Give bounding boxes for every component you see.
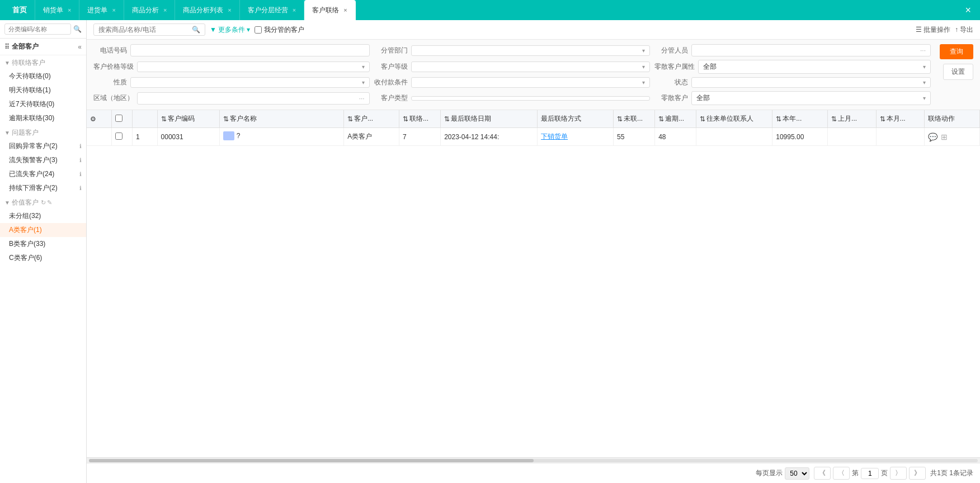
sidebar-item-repurchase-abnormal[interactable]: 回购异常客户(2) ℹ (0, 139, 86, 153)
sidebar-item-declining[interactable]: 持续下滑客户(2) ℹ (0, 181, 86, 195)
sidebar-item-churn-warning[interactable]: 流失预警客户(3) ℹ (0, 153, 86, 167)
sidebar-item-today-pending[interactable]: 今天待联络(0) (0, 69, 86, 83)
payment-select[interactable]: ▾ (411, 77, 651, 88)
info-icon-repurchase[interactable]: ℹ (79, 143, 82, 149)
refresh-icon[interactable]: ↻ (41, 199, 46, 206)
sidebar-item-c-class[interactable]: C类客户(6) (0, 251, 86, 265)
nav-product-analysis[interactable]: 商品分析 × (124, 0, 175, 20)
main-area: 🔍 ⠿ 全部客户 « ▼ 待联络客户 今天待联络(0) 明天待联络(1) 近7天… (0, 20, 980, 483)
nav-product-analysis-list[interactable]: 商品分析列表 × (175, 0, 239, 20)
collapse-sidebar-icon[interactable]: « (78, 43, 82, 51)
retail-cust-arrow-icon: ▾ (923, 95, 926, 101)
sidebar-group-value[interactable]: ▼ 价值客户 ↻ ✎ (0, 195, 86, 209)
close-sales-icon[interactable]: × (68, 7, 71, 13)
sort-overdue-icon[interactable]: ⇅ (658, 115, 664, 123)
sidebar-group-problem[interactable]: ▼ 问题客户 (0, 125, 86, 139)
last-method-link[interactable]: 下销货单 (541, 132, 568, 140)
cust-type-select[interactable] (411, 96, 651, 101)
sort-code-icon[interactable]: ⇅ (161, 115, 167, 123)
cust-grade-select[interactable]: ▾ (411, 61, 651, 72)
retail-cust-select[interactable]: 全部 ▾ (691, 91, 931, 105)
export-button[interactable]: ↑ 导出 (955, 25, 973, 35)
dept-select[interactable]: ▾ (411, 45, 651, 56)
sort-this-year-icon[interactable]: ⇅ (776, 115, 781, 123)
row-checkbox[interactable] (115, 132, 123, 140)
select-all-checkbox[interactable] (115, 115, 123, 122)
next-page-button[interactable]: 〉 (890, 467, 907, 480)
sort-this-month-icon[interactable]: ⇅ (880, 115, 885, 123)
action-qr-icon[interactable]: ⊞ (941, 132, 948, 141)
info-icon-churned[interactable]: ℹ (79, 171, 82, 177)
td-last-method[interactable]: 下销货单 (538, 128, 614, 146)
first-page-button[interactable]: 《 (814, 467, 831, 480)
scroll-thumb[interactable] (89, 459, 534, 462)
nav-sales[interactable]: 销货单 × (35, 0, 79, 20)
main-search-input[interactable] (98, 26, 192, 34)
sort-contact-icon[interactable]: ⇅ (403, 115, 408, 123)
sort-type-icon[interactable]: ⇅ (347, 115, 353, 123)
close-customer-tier-icon[interactable]: × (293, 7, 296, 13)
settings-button[interactable]: 设置 (943, 64, 973, 80)
form-right-buttons: 查询 设置 (935, 44, 973, 80)
nature-select[interactable]: ▾ (130, 77, 370, 88)
edit-value-icon[interactable]: ✎ (47, 199, 52, 206)
batch-action-button[interactable]: ☰ 批量操作 (916, 25, 950, 35)
price-grade-select[interactable]: ▾ (137, 61, 370, 72)
table-settings-icon[interactable]: ⚙ (90, 115, 96, 123)
info-icon-churn[interactable]: ℹ (79, 157, 82, 163)
all-customers-header[interactable]: ⠿ 全部客户 « (0, 39, 86, 55)
close-product-analysis-list-icon[interactable]: × (228, 7, 231, 13)
pagination-bar: 每页显示 50 《 〈 第 页 〉 》 共1页 1条记录 (87, 463, 980, 483)
sort-last-date-icon[interactable]: ⇅ (444, 115, 450, 123)
page-number-input[interactable] (861, 468, 879, 479)
sidebar-search-input[interactable] (4, 23, 71, 35)
sidebar-item-ungrouped[interactable]: 未分组(32) (0, 209, 86, 223)
sidebar-search-icon[interactable]: 🔍 (73, 25, 82, 33)
sidebar-item-churned[interactable]: 已流失客户(24) ℹ (0, 167, 86, 181)
sort-uncontacted-icon[interactable]: ⇅ (617, 115, 623, 123)
page-size-select[interactable]: 50 (785, 467, 809, 480)
more-filter-button[interactable]: ▼ 更多条件 ▾ (210, 25, 250, 35)
th-company-contact: ⇅往来单位联系人 (696, 110, 772, 128)
nav-purchase[interactable]: 进货单 × (79, 0, 124, 20)
action-message-icon[interactable]: 💬 (928, 132, 937, 141)
last-page-button[interactable]: 》 (909, 467, 926, 480)
sort-company-icon[interactable]: ⇅ (700, 115, 705, 123)
sidebar-item-week-pending[interactable]: 近7天待联络(0) (0, 97, 86, 111)
main-search-icon[interactable]: 🔍 (192, 26, 200, 34)
td-this-month (876, 128, 924, 146)
td-last-date: 2023-04-12 14:44: (441, 128, 538, 146)
person-select[interactable]: ··· (691, 44, 931, 56)
prev-page-button[interactable]: 〈 (833, 467, 850, 480)
problem-arrow-icon: ▼ (4, 130, 10, 136)
close-product-analysis-icon[interactable]: × (163, 7, 167, 13)
my-customer-checkbox-area[interactable]: 我分管的客户 (255, 25, 304, 35)
th-settings[interactable]: ⚙ (87, 110, 111, 128)
sidebar-item-b-class[interactable]: B类客户(33) (0, 237, 86, 251)
nav-customer-tier[interactable]: 客户分层经营 × (240, 0, 304, 20)
nav-home[interactable]: 首页 (4, 0, 35, 20)
close-customer-contact-icon[interactable]: × (343, 7, 347, 13)
phone-input[interactable] (130, 44, 370, 56)
sort-last-month-icon[interactable]: ⇅ (831, 115, 837, 123)
sort-name-icon[interactable]: ⇅ (223, 115, 229, 123)
region-select[interactable]: ··· (137, 92, 370, 105)
info-icon-declining[interactable]: ℹ (79, 185, 82, 191)
retail-attr-select[interactable]: 全部 ▾ (698, 60, 931, 74)
pending-arrow-icon: ▼ (4, 60, 10, 66)
close-all-button[interactable]: × (960, 4, 976, 16)
nav-customer-contact[interactable]: 客户联络 × (304, 0, 355, 20)
sidebar-item-overdue[interactable]: 逾期未联络(30) (0, 111, 86, 125)
my-customer-checkbox[interactable] (255, 26, 262, 34)
sidebar-item-tomorrow-pending[interactable]: 明天待联络(1) (0, 83, 86, 97)
region-dots-icon[interactable]: ··· (359, 94, 365, 102)
horizontal-scroll-bar[interactable] (87, 457, 980, 463)
close-purchase-icon[interactable]: × (112, 7, 115, 13)
price-grade-arrow-icon: ▾ (362, 64, 365, 70)
query-button[interactable]: 查询 (940, 44, 973, 59)
status-select[interactable]: ▾ (691, 77, 931, 88)
person-dots-icon[interactable]: ··· (920, 46, 926, 54)
sidebar-item-a-class[interactable]: A类客户(1) (0, 223, 86, 237)
sidebar-group-pending[interactable]: ▼ 待联络客户 (0, 55, 86, 69)
td-action: 💬 ⊞ (925, 128, 980, 146)
